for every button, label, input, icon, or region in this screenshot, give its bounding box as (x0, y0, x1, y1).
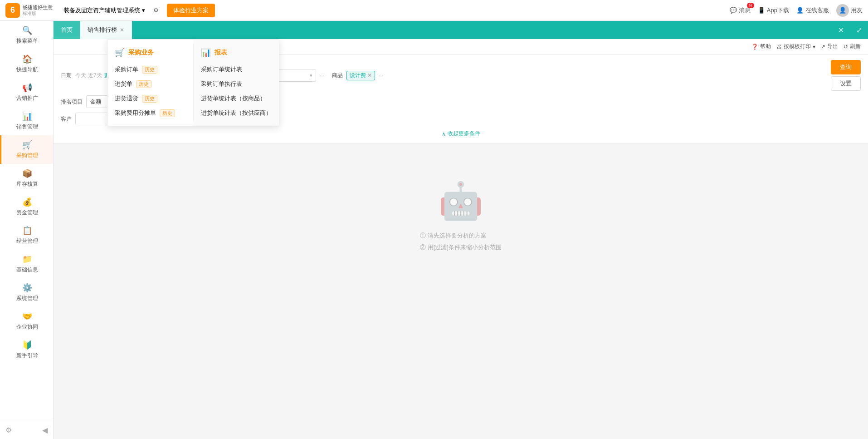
marketing-icon: 📢 (22, 83, 32, 93)
date-option-today[interactable]: 今天 (75, 72, 86, 79)
help-icon: ❓ (751, 44, 758, 50)
sidebar-item-enterprise[interactable]: 🤝 企业协同 (0, 307, 53, 335)
print-label: 按模板打印 (784, 43, 811, 50)
tab-home[interactable]: 首页 (54, 21, 80, 39)
goods-label: 商品 (332, 72, 343, 79)
user-btn[interactable]: 👤 用友 (836, 4, 863, 17)
logo-icon: 6 (5, 3, 20, 18)
user-label: 用友 (851, 6, 863, 15)
help-btn[interactable]: ❓ 帮助 (751, 43, 771, 50)
sidebar-item-capital[interactable]: 💰 资金管理 (0, 192, 53, 221)
goods-tag-remove[interactable]: ✕ (367, 72, 372, 79)
export-icon: ↗ (821, 44, 825, 50)
sidebar-item-search[interactable]: 🔍 搜索菜单 (0, 21, 53, 49)
empty-hint-1: 请先选择要分析的方案 (428, 232, 487, 239)
dropdown-item-incoming-by-goods[interactable]: 进货单统计表（按商品） (194, 91, 279, 106)
sidebar-item-purchase[interactable]: 🛒 采购管理 (0, 135, 53, 164)
date-label: 日期 (61, 72, 72, 79)
sidebar-item-sales[interactable]: 📊 销售管理 (0, 107, 53, 135)
dropdown-item-label: 进货退货 (115, 94, 138, 103)
sidebar-item-basic-info[interactable]: 📁 基础信息 (0, 250, 53, 278)
sidebar-label-search: 搜索菜单 (16, 37, 38, 45)
dropdown-item-label: 采购订单统计表 (201, 65, 242, 74)
tab-bar: 首页 销售排行榜 ✕ ✕ ⤢ 🛒 采购业务 (54, 21, 868, 39)
dropdown-item-return[interactable]: 进货退货 历史 (107, 91, 193, 106)
dropdown-item-incoming[interactable]: 进货单 历史 (107, 77, 193, 91)
query-btn[interactable]: 查询 (831, 60, 861, 74)
sidebar-label-capital: 资金管理 (16, 209, 38, 217)
online-service-btn[interactable]: 👤 在线客服 (796, 6, 829, 15)
sidebar-footer: ⚙ ◀ (0, 421, 53, 439)
footer-settings-icon[interactable]: ⚙ (5, 426, 12, 434)
phone-icon: 📱 (758, 7, 765, 14)
sidebar-item-system[interactable]: ⚙️ 系统管理 (0, 278, 53, 307)
tab-home-label: 首页 (61, 26, 73, 34)
tab-sales-rank[interactable]: 销售排行榜 ✕ (80, 21, 132, 39)
dropdown-item-label: 进货单统计表（按供应商） (201, 109, 272, 117)
date-option-week[interactable]: 近7天 (88, 72, 102, 79)
goods-ellipsis[interactable]: ··· (379, 72, 384, 79)
tab-close-icon[interactable]: ✕ (120, 27, 124, 33)
sidebar: 🔍 搜索菜单 🏠 快捷导航 📢 营销推广 📊 销售管理 🛒 采购管理 📦 (0, 21, 54, 439)
sidebar-label-purchase: 采购管理 (16, 152, 38, 159)
basic-info-icon: 📁 (22, 254, 32, 264)
sidebar-item-marketing[interactable]: 📢 营销推广 (0, 78, 53, 107)
report-col-header: 📊 报表 (194, 45, 279, 62)
report-col-icon: 📊 (201, 48, 211, 58)
customer-label: 客户 (61, 115, 72, 123)
app-download-label: App下载 (767, 6, 789, 15)
app-download-btn[interactable]: 📱 App下载 (758, 6, 789, 15)
industry-btn[interactable]: 体验行业方案 (167, 4, 215, 17)
dropdown-item-po-stats[interactable]: 采购订单统计表 (194, 62, 279, 77)
message-btn[interactable]: 💬 消息 9 (730, 6, 751, 15)
sidebar-label-guide: 新手引导 (16, 352, 38, 360)
print-btn[interactable]: 🖨 按模板打印 ▾ (776, 43, 815, 50)
sidebar-item-guide[interactable]: 🔰 新手引导 (0, 335, 53, 364)
collapse-label: 收起更多条件 (448, 130, 480, 138)
content-area: 首页 销售排行榜 ✕ ✕ ⤢ 🛒 采购业务 (54, 21, 868, 439)
sidebar-label-quick-nav: 快捷导航 (16, 66, 38, 74)
system-title: 装备及固定资产辅助管理系统 (63, 6, 140, 15)
sidebar-label-inventory: 库存核算 (16, 180, 38, 188)
sidebar-item-quick-nav[interactable]: 🏠 快捷导航 (0, 49, 53, 78)
refresh-btn[interactable]: ↺ 刷新 (844, 43, 861, 50)
sidebar-item-operations[interactable]: 📋 经营管理 (0, 221, 53, 250)
sidebar-label-basic-info: 基础信息 (16, 266, 38, 274)
export-label: 导出 (827, 43, 838, 50)
system-title-dropdown[interactable]: 装备及固定资产辅助管理系统 ▾ (63, 6, 145, 15)
sidebar-label-operations: 经营管理 (16, 237, 38, 245)
tab-expand-btn[interactable]: ⤢ (850, 21, 868, 39)
dropdown-item-expense[interactable]: 采购费用分摊单 历史 (107, 106, 193, 120)
collapse-btn[interactable]: ∧ 收起更多条件 (442, 130, 480, 138)
refresh-label: 刷新 (850, 43, 861, 50)
doc-status-ellipsis[interactable]: ··· (320, 72, 325, 79)
sidebar-label-system: 系统管理 (16, 295, 38, 302)
purchase-col-header: 🛒 采购业务 (107, 45, 193, 62)
dropdown-item-label: 进货单统计表（按商品） (201, 94, 266, 103)
footer-collapse-icon[interactable]: ◀ (42, 426, 48, 434)
set-btn[interactable]: 设置 (831, 76, 861, 91)
history-badge: 历史 (160, 109, 175, 117)
report-col: 📊 报表 采购订单统计表 采购订单执行表 进货单统计表（按商品） (194, 39, 279, 126)
logo-text: 畅捷通好生意 标准版 (23, 4, 53, 16)
home-icon: 🏠 (22, 54, 32, 64)
dropdown-item-po-exec[interactable]: 采购订单执行表 (194, 77, 279, 91)
tab-close-btn[interactable]: ✕ (832, 21, 850, 39)
history-badge: 历史 (136, 80, 151, 88)
empty-hint-2: 用[过滤]条件来缩小分析范围 (428, 244, 502, 251)
history-badge: 历史 (142, 66, 157, 74)
export-btn[interactable]: ↗ 导出 (821, 43, 838, 50)
sidebar-item-inventory[interactable]: 📦 库存核算 (0, 164, 53, 192)
sidebar-label-enterprise: 企业协同 (16, 323, 38, 331)
dropdown-item-purchase-order[interactable]: 采购订单 历史 (107, 62, 193, 77)
query-set-area: 查询 设置 (831, 60, 861, 91)
service-icon: 👤 (796, 7, 804, 14)
report-col-title: 报表 (215, 49, 227, 57)
settings-gear-icon[interactable]: ⚙ (150, 4, 162, 17)
help-label: 帮助 (760, 43, 771, 50)
dropdown-item-incoming-by-supplier[interactable]: 进货单统计表（按供应商） (194, 106, 279, 120)
empty-hint: ① 请先选择要分析的方案 ② 用[过滤]条件来缩小分析范围 (420, 230, 502, 253)
empty-illustration: 🤖 (438, 180, 483, 222)
refresh-icon: ↺ (844, 44, 848, 50)
search-icon: 🔍 (22, 25, 32, 35)
